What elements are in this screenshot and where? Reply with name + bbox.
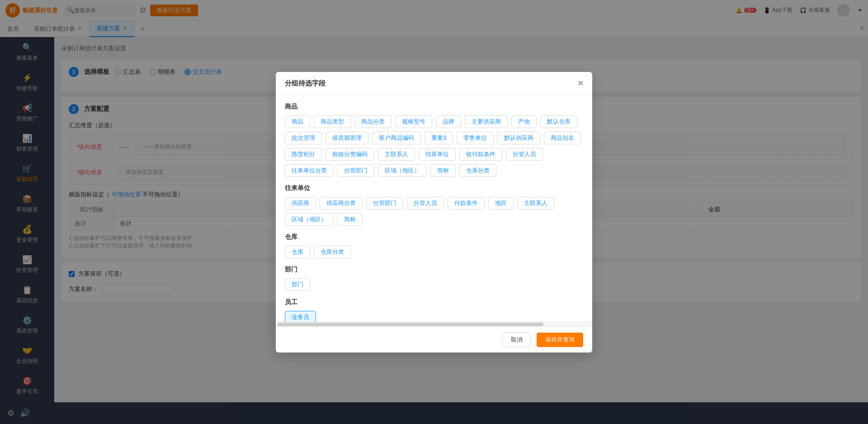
modal-h-scrollbar-thumb	[278, 323, 543, 326]
tag-goods-21[interactable]: 往来单位分类	[285, 164, 334, 177]
tag-goods-24[interactable]: 简称	[430, 164, 456, 177]
tag-partner-8[interactable]: 简称	[337, 213, 363, 226]
tag-goods-7[interactable]: 默认仓库	[540, 115, 577, 128]
tag-goods-15[interactable]: 拣货积分	[285, 148, 322, 161]
save-query-button[interactable]: 保存并查询	[537, 333, 583, 347]
modal-close-btn[interactable]: ✕	[577, 79, 583, 88]
cancel-button[interactable]: 取消	[502, 333, 531, 347]
tag-goods-1[interactable]: 商品类型	[314, 115, 351, 128]
section-warehouse-tags: 仓库 仓库分类	[285, 246, 583, 258]
section-partner: 往来单位 供应商 供应商分类 分管部门 分管人员 付款条件 地区 主联系人 区域…	[285, 184, 583, 226]
tag-warehouse-1[interactable]: 仓库分类	[314, 246, 351, 258]
tag-partner-0[interactable]: 供应商	[285, 197, 316, 210]
tag-goods-6[interactable]: 产地	[511, 115, 537, 128]
tag-partner-2[interactable]: 分管部门	[366, 197, 403, 210]
tag-goods-13[interactable]: 默认供应商	[497, 132, 540, 144]
tag-partner-5[interactable]: 地区	[488, 197, 514, 210]
tag-goods-16[interactable]: 税收分类编码	[326, 148, 374, 161]
modal-overlay: 分组待选字段 ✕ 商品 商品 商品类型 商品分类 规格型号 品牌 主要供应商 产…	[0, 0, 868, 424]
section-goods-tags: 商品 商品类型 商品分类 规格型号 品牌 主要供应商 产地 默认仓库 批次管理 …	[285, 115, 583, 177]
tag-goods-18[interactable]: 结算单位	[419, 148, 456, 161]
section-employee-title: 员工	[285, 298, 583, 306]
tag-goods-2[interactable]: 商品分类	[354, 115, 392, 128]
section-goods: 商品 商品 商品类型 商品分类 规格型号 品牌 主要供应商 产地 默认仓库 批次…	[285, 103, 583, 177]
tag-goods-12[interactable]: 零售单位	[457, 132, 494, 144]
tag-goods-25[interactable]: 仓库分类	[459, 164, 496, 177]
tag-department-0[interactable]: 部门	[285, 278, 310, 291]
modal: 分组待选字段 ✕ 商品 商品 商品类型 商品分类 规格型号 品牌 主要供应商 产…	[276, 72, 592, 353]
tag-goods-23[interactable]: 区域（地区）	[378, 164, 427, 177]
section-warehouse: 仓库 仓库 仓库分类	[285, 233, 583, 258]
tag-goods-19[interactable]: 收付款条件	[459, 148, 502, 161]
tag-partner-3[interactable]: 分管人员	[407, 197, 444, 210]
tag-goods-14[interactable]: 商品别名	[544, 132, 581, 144]
section-department-tags: 部门	[285, 278, 583, 291]
modal-header: 分组待选字段 ✕	[276, 72, 592, 95]
tag-goods-8[interactable]: 批次管理	[285, 132, 322, 144]
section-employee-tags: 业务员	[285, 311, 583, 322]
section-warehouse-title: 仓库	[285, 233, 583, 241]
tag-goods-4[interactable]: 品牌	[436, 115, 461, 128]
tag-partner-6[interactable]: 主联系人	[517, 197, 554, 210]
tag-partner-7[interactable]: 区域（地区）	[285, 213, 334, 226]
tag-partner-1[interactable]: 供应商分类	[320, 197, 363, 210]
tag-goods-3[interactable]: 规格型号	[395, 115, 432, 128]
modal-body: 商品 商品 商品类型 商品分类 规格型号 品牌 主要供应商 产地 默认仓库 批次…	[276, 95, 592, 322]
tag-goods-10[interactable]: 客户商品编码	[372, 132, 421, 144]
tag-goods-11[interactable]: 重量3	[425, 132, 453, 144]
section-employee: 员工 业务员	[285, 298, 583, 322]
section-partner-title: 往来单位	[285, 184, 583, 192]
modal-h-scrollbar[interactable]	[276, 322, 592, 327]
tag-goods-0[interactable]: 商品	[285, 115, 310, 128]
tag-employee-0[interactable]: 业务员	[285, 311, 316, 322]
section-department: 部门 部门	[285, 266, 583, 291]
tag-warehouse-0[interactable]: 仓库	[285, 246, 310, 258]
tag-goods-22[interactable]: 分管部门	[337, 164, 374, 177]
tag-goods-9[interactable]: 保质期管理	[326, 132, 368, 144]
modal-title: 分组待选字段	[285, 79, 326, 88]
section-partner-tags: 供应商 供应商分类 分管部门 分管人员 付款条件 地区 主联系人 区域（地区） …	[285, 197, 583, 226]
modal-footer: 取消 保存并查询	[276, 327, 592, 353]
tag-goods-17[interactable]: 主联系人	[378, 148, 415, 161]
tag-partner-4[interactable]: 付款条件	[448, 197, 485, 210]
tag-goods-20[interactable]: 分管人员	[506, 148, 543, 161]
tag-goods-5[interactable]: 主要供应商	[465, 115, 508, 128]
section-goods-title: 商品	[285, 103, 583, 111]
section-department-title: 部门	[285, 266, 583, 274]
